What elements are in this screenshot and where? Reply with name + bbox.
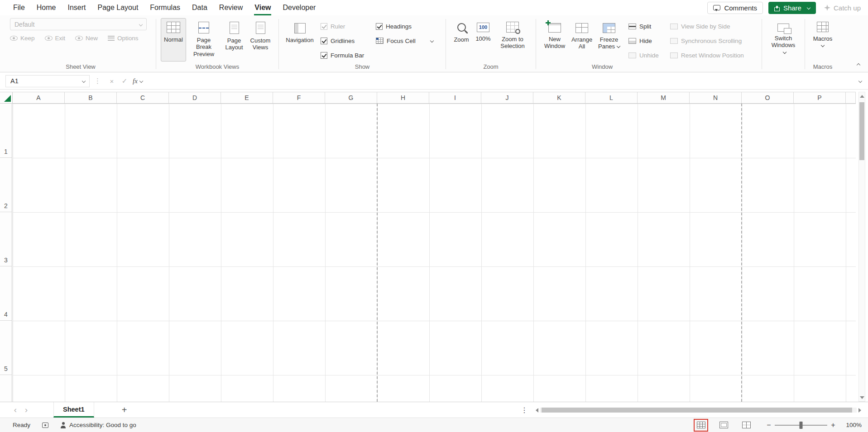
vertical-scrollbar[interactable]	[858, 92, 865, 402]
page-break-line	[377, 104, 378, 402]
zoom-button[interactable]: Zoom	[451, 18, 472, 62]
normal-view-status-button[interactable]	[694, 419, 708, 431]
column-header-c[interactable]: C	[117, 92, 169, 103]
custom-views-button[interactable]: Custom Views	[247, 18, 274, 62]
menu-tab-data[interactable]: Data	[186, 0, 213, 15]
name-box[interactable]: A1	[5, 75, 90, 87]
normal-view-button[interactable]: Normal	[161, 18, 186, 62]
horizontal-scrollbar[interactable]	[533, 407, 863, 413]
menu-tab-file[interactable]: File	[7, 0, 31, 15]
column-header-o[interactable]: O	[742, 92, 794, 103]
zoom-100-button[interactable]: 100 100%	[472, 18, 494, 62]
page-layout-view-button[interactable]: Page Layout	[221, 18, 247, 62]
focus-cell-button[interactable]: Focus Cell	[374, 33, 441, 48]
page-layout-view-status-button[interactable]	[717, 419, 730, 431]
row-header-2[interactable]: 2	[0, 158, 12, 212]
new-window-label: New Window	[543, 36, 566, 50]
previous-sheet-button[interactable]: ‹	[10, 405, 21, 415]
formula-bar: A1 ⋮ × ✓ fx	[0, 73, 868, 90]
split-button[interactable]: Split	[627, 19, 666, 33]
column-header-f[interactable]: F	[273, 92, 325, 103]
accessibility-status-button[interactable]: Accessibility: Good to go	[60, 422, 136, 428]
select-all-button[interactable]	[0, 92, 13, 104]
column-header-k[interactable]: K	[533, 92, 585, 103]
menu-tab-review[interactable]: Review	[213, 0, 249, 15]
zoom-out-button[interactable]: −	[765, 421, 773, 429]
column-header-a[interactable]: A	[13, 92, 65, 103]
zoom-level-label[interactable]: 100%	[840, 422, 862, 428]
column-header-partial[interactable]	[846, 92, 856, 103]
tab-options-button[interactable]: ⋮	[520, 406, 529, 414]
horizontal-scrollbar-thumb[interactable]	[542, 408, 852, 413]
scroll-up-button[interactable]	[859, 92, 865, 100]
eye-icon	[10, 36, 18, 41]
chevron-down-icon[interactable]	[82, 79, 86, 83]
chevron-down-icon[interactable]	[430, 39, 434, 43]
scroll-left-button[interactable]	[533, 408, 540, 413]
switch-windows-button[interactable]: Switch Windows	[767, 18, 800, 62]
formula-bar-checkbox[interactable]: Formula Bar	[319, 48, 374, 62]
sparkle-icon	[824, 5, 830, 11]
vertical-scrollbar-thumb[interactable]	[859, 102, 864, 160]
headings-checkbox[interactable]: Headings	[374, 19, 441, 33]
share-button[interactable]: Share	[768, 2, 816, 14]
menu-tab-developer[interactable]: Developer	[277, 0, 321, 15]
cells-area[interactable]	[13, 104, 856, 402]
column-header-n[interactable]: N	[690, 92, 742, 103]
column-header-m[interactable]: M	[638, 92, 690, 103]
menu-tab-view[interactable]: View	[249, 0, 277, 15]
gridlines-checkbox[interactable]: Gridlines	[319, 33, 374, 48]
column-header-p[interactable]: P	[794, 92, 846, 103]
zoom-slider[interactable]	[775, 422, 827, 429]
row-header-1[interactable]: 1	[0, 104, 12, 158]
page-break-preview-status-button[interactable]	[739, 419, 753, 431]
next-sheet-button[interactable]: ›	[21, 405, 32, 415]
menu-tab-insert[interactable]: Insert	[62, 0, 91, 15]
column-header-b[interactable]: B	[65, 92, 117, 103]
horizontal-scrollbar-track[interactable]	[540, 408, 857, 413]
comments-button[interactable]: Comments	[707, 2, 763, 14]
catch-up-button[interactable]: Catch up	[821, 2, 863, 14]
menu-tab-home[interactable]: Home	[31, 0, 62, 15]
formula-bar-grip-icon[interactable]: ⋮	[94, 77, 101, 85]
page-layout-label: Page Layout	[224, 37, 244, 51]
row-header-4[interactable]: 4	[0, 266, 12, 321]
column-header-i[interactable]: I	[429, 92, 481, 103]
chevron-down-icon	[139, 79, 143, 82]
row-header-5[interactable]: 5	[0, 321, 12, 375]
row-header-partial[interactable]	[0, 375, 12, 402]
column-header-j[interactable]: J	[481, 92, 533, 103]
zoom-in-button[interactable]: +	[829, 421, 837, 429]
zoom-slider-thumb[interactable]	[800, 422, 803, 429]
zoom-100-label: 100%	[475, 35, 490, 42]
checkbox-checked-icon	[321, 38, 327, 44]
page-break-preview-button[interactable]: Page Break Preview	[186, 18, 221, 62]
macros-button[interactable]: Macros	[810, 18, 836, 62]
record-macro-button[interactable]	[42, 423, 48, 428]
chevron-up-icon	[857, 63, 860, 67]
column-header-l[interactable]: L	[585, 92, 638, 103]
menu-tab-formulas[interactable]: Formulas	[144, 0, 186, 15]
sheet-tab-sheet1[interactable]: Sheet1	[53, 402, 94, 418]
collapse-ribbon-button[interactable]	[855, 59, 860, 67]
insert-function-button[interactable]: fx	[131, 77, 144, 85]
unhide-label: Unhide	[639, 52, 659, 59]
hide-button[interactable]: Hide	[627, 33, 666, 48]
scroll-down-button[interactable]	[859, 394, 865, 401]
column-header-e[interactable]: E	[221, 92, 273, 103]
arrange-all-button[interactable]: Arrange All	[569, 18, 595, 62]
scroll-right-button[interactable]	[857, 408, 863, 413]
group-label-workbook-views: Workbook Views	[157, 63, 278, 70]
expand-formula-bar-button[interactable]	[857, 77, 862, 85]
zoom-to-selection-button[interactable]: Zoom to Selection	[494, 18, 531, 62]
add-sheet-button[interactable]: +	[119, 405, 130, 415]
column-header-d[interactable]: D	[169, 92, 221, 103]
navigation-button[interactable]: Navigation	[283, 18, 316, 62]
formula-input[interactable]	[148, 75, 857, 87]
row-header-3[interactable]: 3	[0, 212, 12, 266]
new-window-button[interactable]: New Window	[541, 18, 569, 62]
freeze-panes-button[interactable]: Freeze Panes	[595, 18, 623, 62]
column-header-h[interactable]: H	[377, 92, 429, 103]
menu-tab-page-layout[interactable]: Page Layout	[91, 0, 144, 15]
column-header-g[interactable]: G	[325, 92, 377, 103]
